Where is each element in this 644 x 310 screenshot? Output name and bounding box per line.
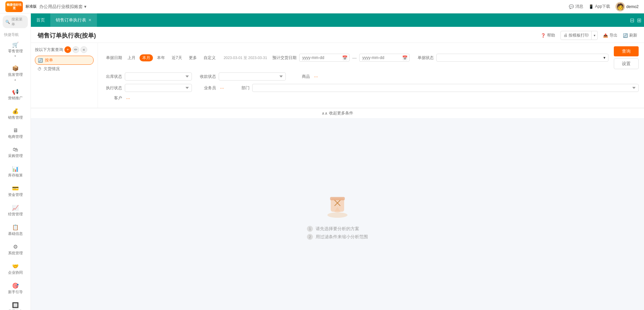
top-bar-right: 💬 消息 📱 App下载 🧑 demo2 <box>569 2 639 11</box>
sidebar-item-operations[interactable]: 📈 经营管理 <box>1 201 29 220</box>
print-arrow-btn[interactable]: ▾ <box>592 32 597 39</box>
collect-status-select[interactable] <box>219 72 286 81</box>
collapse-more-btn[interactable]: ∧∧ 收起更多条件 <box>31 108 644 118</box>
expected-date-from-input[interactable] <box>299 54 350 62</box>
scheme-item-欠货[interactable]: ⏱ 欠货情况 <box>35 65 94 73</box>
collapse-arrow-icon: ∧∧ <box>322 111 328 116</box>
exec-status-field: 执行状态 <box>103 84 192 92</box>
date-range-text: 2023-03-01 至 2023-03-31 <box>224 55 267 60</box>
settings-button[interactable]: 设置 <box>614 58 639 69</box>
sidebar-item-system[interactable]: ⚙ 系统管理 <box>1 240 29 259</box>
refresh-icon: 🔄 <box>623 33 628 38</box>
sidebar-item-appstore[interactable]: 🔲 应用中心 <box>1 299 29 310</box>
header-actions: ❓ 帮助 🖨 按模板打印 ▾ 📤 导出 <box>541 31 637 40</box>
salesperson-label: 业务员 <box>197 85 216 91</box>
tab-close-btn[interactable]: ✕ <box>88 18 92 22</box>
scheme-item-按单[interactable]: 🔄 按单 <box>35 56 94 65</box>
enterprise-icon: 🤝 <box>12 263 19 269</box>
scheme-collapse-btn[interactable]: « <box>80 46 87 53</box>
date-sep: — <box>352 55 357 60</box>
dept-select[interactable] <box>252 84 639 92</box>
sidebar-item-newbie[interactable]: 🎯 新手引导 <box>1 279 29 298</box>
operations-icon: 📈 <box>12 205 19 211</box>
filter-row-top: 按以下方案查询 + ✏ « 🔄 按单 ⏱ <box>31 43 644 108</box>
goods-dots-btn[interactable]: ··· <box>313 74 319 79</box>
expected-date-from: 📅 <box>299 54 350 62</box>
appstore-icon: 🔲 <box>12 302 19 308</box>
sidebar-search-area[interactable]: 🔍 搜索菜单 <box>0 13 31 30</box>
scheme-title: 按以下方案查询 <box>35 47 63 53</box>
chevron-icon: ▾ <box>14 54 16 58</box>
empty-tips: 1 请先选择要分析的方案 2 用过滤条件来缩小分析范围 <box>307 226 368 240</box>
salesperson-dots-btn[interactable]: ··· <box>219 85 225 91</box>
date-tab-this-month[interactable]: 本月 <box>140 54 153 61</box>
tab-sales-exec[interactable]: 销售订单执行表 ✕ <box>50 13 97 27</box>
sidebar-item-marketing[interactable]: 📢 营销推广 <box>1 85 29 104</box>
logo-text: 畅捷信好生意 <box>5 3 23 10</box>
tip-item-2: 2 用过滤条件来缩小分析范围 <box>307 234 368 240</box>
sidebar-item-sales[interactable]: 💰 销售管理 <box>1 105 29 123</box>
sidebar-item-finance[interactable]: 💳 资金管理 <box>1 182 29 201</box>
out-status-field: 出库状态 <box>103 72 192 81</box>
app-download-btn[interactable]: 📱 App下载 <box>589 4 610 9</box>
logo-subtitle: 标准版 <box>25 4 37 8</box>
user-area[interactable]: 🧑 demo2 <box>615 2 639 11</box>
collect-status-label: 收款状态 <box>197 74 216 80</box>
bill-date-label: 单据日期 <box>103 55 122 61</box>
date-tab-custom[interactable]: 自定义 <box>201 54 218 61</box>
page-header: 销售订单执行表(按单) ❓ 帮助 🖨 按模板打印 ▾ 📤 <box>31 27 644 43</box>
refresh-btn[interactable]: 🔄 刷新 <box>623 33 637 38</box>
customer-dots-btn[interactable]: ··· <box>125 96 131 101</box>
scheme-actions: + ✏ « <box>64 46 87 53</box>
sidebar-item-inventory[interactable]: 📊 库存核算 <box>1 162 29 181</box>
goods-field: 商品 ··· <box>291 74 639 80</box>
data-area: 1 请先选择要分析的方案 2 用过滤条件来缩小分析范围 <box>31 118 644 310</box>
empty-icon <box>321 188 354 222</box>
chevron-up-icon: ▴ <box>14 78 16 81</box>
sidebar-item-enterprise[interactable]: 🤝 企业协同 <box>1 260 29 278</box>
newbie-icon: 🎯 <box>12 282 19 289</box>
expected-date-to-input[interactable] <box>359 54 410 62</box>
scheme-edit-btn[interactable]: ✏ <box>72 46 79 53</box>
app-selector[interactable]: 办公用品行业模拟账套 ▾ <box>39 4 87 10</box>
action-btns: 查询 设置 <box>614 46 639 69</box>
tab-bar-right: ⊟ ⊞ <box>630 17 644 23</box>
print-btn-group[interactable]: 🖨 按模板打印 ▾ <box>560 31 598 40</box>
message-btn[interactable]: 💬 消息 <box>569 4 583 9</box>
wholesale-icon: 📦 <box>12 65 19 71</box>
export-btn[interactable]: 📤 导出 <box>603 33 618 38</box>
tab-home[interactable]: 首页 <box>31 13 50 27</box>
date-tab-7days[interactable]: 近7天 <box>169 54 185 61</box>
system-icon: ⚙ <box>13 244 18 250</box>
help-btn[interactable]: ❓ 帮助 <box>541 33 555 38</box>
filter-scheme-panel: 按以下方案查询 + ✏ « 🔄 按单 ⏱ <box>31 43 98 108</box>
bill-status-select[interactable]: ▾ <box>436 54 608 62</box>
message-icon: 💬 <box>569 4 574 9</box>
tab-expand-icon[interactable]: ⊞ <box>637 17 641 23</box>
date-tab-more[interactable]: 更多 <box>186 54 200 61</box>
date-tab-this-year[interactable]: 本年 <box>154 54 168 61</box>
marketing-icon: 📢 <box>12 89 19 95</box>
exec-status-label: 执行状态 <box>103 85 122 91</box>
sidebar-item-ecommerce[interactable]: 🖥 电商管理 <box>1 124 29 143</box>
content-area: 首页 销售订单执行表 ✕ ⊟ ⊞ 销售订单执行表(按单) ❓ 帮助 <box>31 13 644 310</box>
scheme-icon-2: ⏱ <box>38 67 42 71</box>
print-main-btn[interactable]: 🖨 按模板打印 <box>561 31 592 40</box>
tab-minus-icon[interactable]: ⊟ <box>630 17 634 23</box>
sidebar-item-retail[interactable]: 🛒 零售管理 ▾ <box>1 38 29 61</box>
sidebar-item-purchase[interactable]: 🛍 采购管理 <box>1 143 29 162</box>
sidebar-item-wholesale[interactable]: 📦 批发管理 ▴ <box>1 62 29 85</box>
filter-row-4: 客户 ··· <box>103 95 639 101</box>
sidebar-item-basic[interactable]: 📋 基础信息 <box>1 221 29 240</box>
tab-bar: 首页 销售订单执行表 ✕ ⊟ ⊞ <box>31 13 644 27</box>
date-tab-prev-month[interactable]: 上月 <box>125 54 138 61</box>
top-bar: 畅捷信好生意 标准版 办公用品行业模拟账套 ▾ 💬 消息 📱 App下载 🧑 d… <box>0 0 644 13</box>
customer-label: 客户 <box>103 95 122 101</box>
scheme-add-btn[interactable]: + <box>64 46 71 53</box>
tip-item-1: 1 请先选择要分析的方案 <box>307 226 368 232</box>
out-status-select[interactable] <box>125 72 192 81</box>
query-button[interactable]: 查询 <box>614 46 639 56</box>
search-box[interactable]: 🔍 搜索菜单 <box>3 15 28 28</box>
bill-status-label: 单据状态 <box>415 55 434 61</box>
exec-status-select[interactable] <box>125 84 192 92</box>
